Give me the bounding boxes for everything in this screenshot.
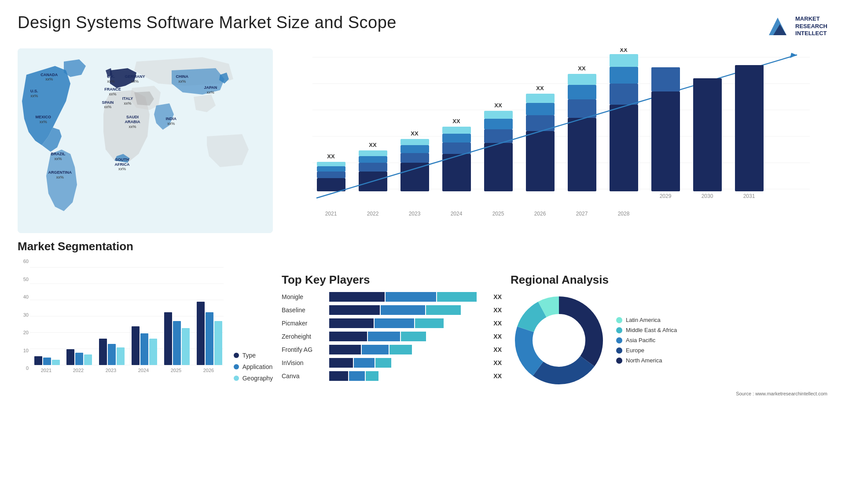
gbar-2024-s2	[442, 142, 471, 154]
player-bar-monigle	[329, 292, 488, 302]
pbar-picmaker-1	[329, 318, 374, 328]
bar-2021-type	[34, 356, 42, 365]
svg-text:XX: XX	[369, 142, 377, 148]
reg-label-latin: Latin America	[626, 317, 661, 323]
legend-type: Type	[234, 352, 273, 359]
bar-2021-app	[43, 358, 51, 365]
gbar-2023-s2	[400, 153, 429, 163]
reg-dot-asia	[616, 337, 622, 343]
segmentation-section: Market Segmentation 60 50 40 30 20 10 0	[18, 240, 273, 468]
bar-2021-geo	[52, 360, 60, 365]
svg-text:2026: 2026	[534, 211, 546, 217]
svg-text:2023: 2023	[106, 368, 116, 373]
donut-svg	[511, 292, 607, 389]
players-section: Top Key Players Monigle XX	[282, 273, 502, 491]
pbar-baseline-2	[381, 305, 425, 315]
growth-svg: XX 2021 XX 2022 XX 2023	[282, 48, 827, 233]
pbar-monigle-2	[386, 292, 436, 302]
pbar-invision-2	[354, 358, 375, 368]
bar-2023-type	[99, 339, 107, 365]
regional-legend: Latin America Middle East & Africa Asia …	[616, 317, 677, 364]
gbar-2026-s1	[526, 131, 555, 191]
gbar-2025-s1	[484, 143, 513, 191]
svg-text:2022: 2022	[73, 368, 84, 373]
reg-label-asia: Asia Pacific	[626, 337, 655, 343]
reg-legend-latin: Latin America	[616, 317, 677, 323]
gbar-2024-s4	[442, 127, 471, 134]
player-row-frontify: Frontify AG XX	[282, 345, 502, 354]
gbar-2029-s1	[651, 91, 680, 191]
svg-text:2031: 2031	[743, 193, 755, 199]
gbar-2025-s4	[484, 111, 513, 119]
bar-2026-app	[206, 312, 213, 365]
bar-2025-type	[164, 312, 172, 365]
svg-text:2021: 2021	[41, 368, 51, 373]
player-row-zeroheight: Zeroheight XX	[282, 332, 502, 341]
legend-dot-type	[234, 353, 239, 358]
logo-text: MARKET RESEARCH INTELLECT	[795, 15, 827, 38]
label-india: INDIAxx%	[165, 117, 176, 126]
label-italy: ITALYxx%	[122, 96, 133, 106]
y-label-60: 60	[23, 259, 29, 264]
main-content: CANADAxx% U.S.xx% MEXICOxx% BRAZILxx% AR…	[18, 48, 827, 491]
right-column: XX 2021 XX 2022 XX 2023	[282, 48, 827, 491]
legend-dot-geography	[234, 376, 239, 381]
label-argentina: ARGENTINAxx%	[48, 170, 72, 180]
label-spain: SPAINxx%	[102, 100, 114, 110]
player-bar-frontify	[329, 345, 488, 354]
player-row-canva: Canva XX	[282, 371, 502, 381]
player-xx-zeroheight: XX	[493, 333, 502, 340]
gbar-2026-s3	[526, 103, 555, 115]
pbar-frontify-1	[329, 345, 361, 354]
svg-text:2030: 2030	[702, 193, 713, 199]
players-title: Top Key Players	[282, 273, 502, 287]
label-us: U.S.xx%	[30, 89, 38, 99]
label-mexico: MEXICOxx%	[36, 115, 51, 124]
player-row-baseline: Baseline XX	[282, 305, 502, 315]
gbar-2026-s4	[526, 94, 555, 103]
player-bar-canva	[329, 371, 488, 381]
regional-section: Regional Analysis	[511, 273, 827, 491]
bar-2023-app	[108, 344, 116, 365]
gbar-2023-s1	[400, 163, 429, 191]
page-title: Design Systems Software Market Size and …	[18, 13, 397, 32]
bar-2022-geo	[84, 354, 92, 365]
svg-text:2024: 2024	[451, 211, 463, 217]
gbar-2023-s3	[400, 145, 429, 153]
gbar-2023-s4	[400, 139, 429, 145]
bar-2025-app	[173, 321, 181, 365]
svg-text:2022: 2022	[367, 211, 379, 217]
player-name-baseline: Baseline	[282, 307, 326, 314]
player-name-picmaker: Picmaker	[282, 320, 326, 327]
player-name-frontify: Frontify AG	[282, 346, 326, 353]
gbar-2028-s4	[610, 54, 638, 67]
bar-2025-geo	[182, 328, 190, 365]
bar-2023-geo	[117, 347, 125, 365]
seg-legend: Type Application Geography	[234, 350, 273, 382]
player-bar-invision	[329, 358, 488, 368]
donut-chart	[511, 292, 607, 389]
svg-text:XX: XX	[620, 48, 628, 53]
gbar-2031-s1	[735, 65, 764, 191]
legend-dot-application	[234, 364, 239, 369]
pbar-invision-1	[329, 358, 353, 368]
player-xx-picmaker: XX	[493, 320, 502, 327]
growth-chart: XX 2021 XX 2022 XX 2023	[282, 48, 827, 267]
reg-dot-latin	[616, 317, 622, 323]
reg-dot-north-america	[616, 358, 622, 364]
pbar-baseline-1	[329, 305, 380, 315]
label-china: CHINAxx%	[176, 74, 189, 84]
gbar-2021-s1	[317, 178, 345, 191]
svg-text:2023: 2023	[409, 211, 421, 217]
player-bar-zeroheight	[329, 332, 488, 341]
y-label-30: 30	[23, 312, 29, 318]
pbar-canva-2	[349, 371, 365, 381]
player-row-picmaker: Picmaker XX	[282, 318, 502, 328]
legend-application: Application	[234, 363, 273, 370]
pbar-monigle-1	[329, 292, 385, 302]
svg-text:2027: 2027	[576, 211, 588, 217]
pbar-invision-3	[375, 358, 391, 368]
gbar-2027-s4	[568, 74, 596, 85]
pbar-canva-3	[366, 371, 378, 381]
y-label-40: 40	[23, 294, 29, 299]
